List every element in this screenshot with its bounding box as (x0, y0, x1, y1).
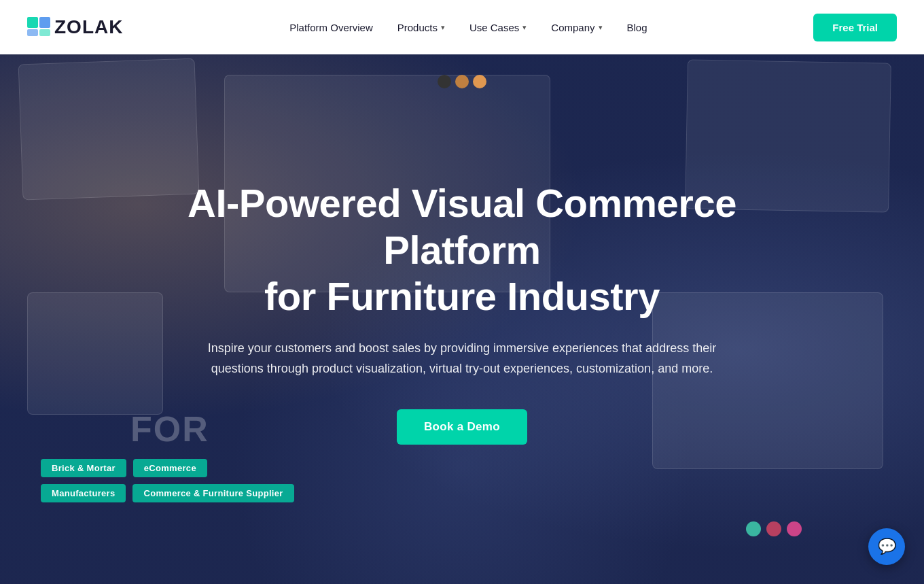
tag-brick-mortar: Brick & Mortar (41, 459, 126, 477)
nav-use-cases[interactable]: Use Cases ▾ (469, 22, 527, 33)
nav-platform-overview[interactable]: Platform Overview (289, 22, 373, 33)
logo-icon (27, 17, 52, 37)
swatch-1 (438, 75, 451, 88)
for-label: FOR (41, 409, 299, 449)
tag-manufacturers: Manufacturers (41, 484, 126, 502)
nav-products[interactable]: Products ▾ (397, 22, 445, 33)
hero-section: AI-Powered Visual Commerce Platform for … (0, 0, 924, 584)
svg-rect-2 (27, 29, 38, 36)
book-demo-button[interactable]: Book a Demo (397, 409, 527, 445)
color-swatches (438, 75, 486, 88)
chat-icon: 💬 (878, 538, 896, 555)
label-tags: Brick & Mortar eCommerce Manufacturers C… (41, 459, 299, 502)
hero-title: AI-Powered Visual Commerce Platform for … (177, 180, 747, 320)
swatch-2 (455, 75, 469, 88)
chat-widget[interactable]: 💬 (868, 528, 905, 565)
products-chevron-icon: ▾ (441, 23, 445, 32)
main-nav: Platform Overview Products ▾ Use Cases ▾… (289, 22, 647, 33)
svg-rect-0 (27, 17, 38, 28)
circle-1 (746, 521, 761, 536)
free-trial-button[interactable]: Free Trial (813, 14, 897, 41)
tag-ecommerce: eCommerce (133, 459, 207, 477)
screen-overlay-1 (18, 58, 200, 201)
bottom-circles (746, 521, 802, 536)
header: ZOLAK Platform Overview Products ▾ Use C… (0, 0, 924, 54)
svg-rect-1 (39, 17, 50, 28)
logo-text: ZOLAK (54, 16, 123, 38)
company-chevron-icon: ▾ (599, 23, 603, 32)
circle-2 (766, 521, 781, 536)
circle-3 (787, 521, 802, 536)
svg-rect-3 (39, 29, 50, 36)
hero-subtitle: Inspire your customers and boost sales b… (204, 339, 720, 379)
nav-blog[interactable]: Blog (627, 22, 647, 33)
tag-commerce-supplier: Commerce & Furniture Supplier (132, 484, 294, 502)
nav-company[interactable]: Company ▾ (551, 22, 602, 33)
logo[interactable]: ZOLAK (27, 16, 123, 38)
hero-content: AI-Powered Visual Commerce Platform for … (136, 180, 788, 445)
bottom-labels: FOR Brick & Mortar eCommerce Manufacture… (41, 409, 299, 502)
swatch-3 (473, 75, 486, 88)
use-cases-chevron-icon: ▾ (522, 23, 527, 32)
